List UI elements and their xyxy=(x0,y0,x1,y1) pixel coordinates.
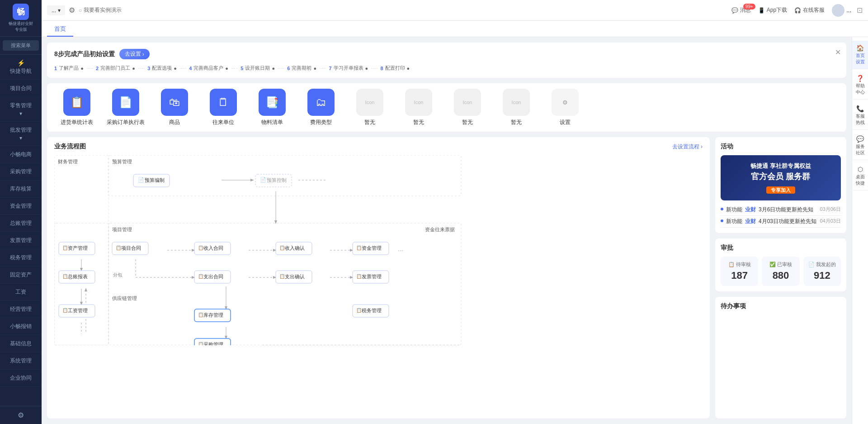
icon-label-6: 暂无 xyxy=(364,119,375,126)
step-circle-icon: ● xyxy=(132,66,135,71)
quick-icon-3[interactable]: 🗒 往来单位 xyxy=(201,89,246,126)
svg-text:支出确认: 支出确认 xyxy=(285,274,305,279)
quick-icon-9[interactable]: Icon 暂无 xyxy=(494,89,539,126)
sidebar-item-ecommerce[interactable]: 小畅电商 xyxy=(0,146,42,163)
service-label: 在线客服 xyxy=(803,6,825,14)
quick-icon-0[interactable]: 📋 进货单统计表 xyxy=(54,89,99,126)
sidebar-item-retail[interactable]: 零售管理 ▾ xyxy=(0,97,42,122)
approval-stat-0[interactable]: 📋 待审核 187 xyxy=(721,257,758,286)
quick-icon-2[interactable]: 🛍 商品 xyxy=(152,89,197,126)
close-icon[interactable]: ✕ xyxy=(835,48,841,57)
approval-stat-1[interactable]: ✅ 已审核 880 xyxy=(762,257,799,286)
sidebar-item-assets[interactable]: 固定资产 xyxy=(0,267,42,284)
quick-icon-8[interactable]: Icon 暂无 xyxy=(445,89,490,126)
online-service-button[interactable]: 🎧 在线客服 xyxy=(794,6,825,14)
right-sidebar-help[interactable]: ❓ 帮助中心 xyxy=(852,71,868,100)
step-num: 3 xyxy=(147,66,150,71)
svg-text:总账报表: 总账报表 xyxy=(67,274,88,279)
step-separator: ····· xyxy=(179,66,186,71)
icon-label-1: 采购订单执行表 xyxy=(107,119,145,126)
setup-header: 8步完成产品初始设置 去设置 › xyxy=(54,49,839,59)
approval-stat-2[interactable]: 📄 我发起的 912 xyxy=(803,257,841,286)
sidebar-item-basic[interactable]: 基础信息 xyxy=(0,335,42,353)
sidebar-item-purchase[interactable]: 采购管理 xyxy=(0,163,42,181)
activity-link[interactable]: 业财 xyxy=(745,206,756,214)
quick-icon-7[interactable]: Icon 暂无 xyxy=(396,89,441,126)
sidebar-item-label: 小畅电商 xyxy=(10,151,32,158)
quick-icon-6[interactable]: Icon 暂无 xyxy=(347,89,392,126)
message-icon: 💬 xyxy=(731,7,738,14)
user-menu[interactable]: ... xyxy=(832,4,851,17)
sidebar-item-finance[interactable]: 资金管理 xyxy=(0,198,42,215)
sidebar-item-tax[interactable]: 税务管理 xyxy=(0,249,42,267)
sidebar-item-label: 资金管理 xyxy=(10,202,32,210)
flow-diagram: 财务管理 预算管理 项目管理 资金往来票据 供应链管理 xyxy=(54,155,703,345)
right-sidebar-phone[interactable]: 📞 客服热线 xyxy=(852,101,868,130)
maximize-icon[interactable]: ⊡ xyxy=(857,6,863,14)
logo-icon: 畅 xyxy=(13,4,29,20)
svg-text:···: ··· xyxy=(398,247,403,254)
message-button[interactable]: 💬 消息 99+ xyxy=(731,6,751,14)
icon-box-6: Icon xyxy=(356,89,383,116)
app-download-button[interactable]: 📱 App下载 xyxy=(758,6,787,14)
step-separator: ····· xyxy=(138,66,145,71)
flow-card: 业务流程图 去设置流程 › 财务管理 预算管 xyxy=(47,137,710,419)
company-name: ... xyxy=(52,7,56,14)
username: ... xyxy=(846,7,851,14)
demo-link[interactable]: ○ 我要看实例演示 xyxy=(79,6,122,14)
phone-icon: 📱 xyxy=(758,7,765,14)
step-2: 2 完善部门员工 ● xyxy=(96,65,135,71)
svg-text:预算编制: 预算编制 xyxy=(145,177,165,183)
quick-icon-10[interactable]: ⚙ 设置 xyxy=(542,89,588,126)
icon-label-10: 设置 xyxy=(560,119,571,126)
topbar-settings-icon[interactable]: ⚙ xyxy=(69,6,75,14)
sidebar-item-inventory[interactable]: 库存核算 xyxy=(0,181,42,198)
svg-text:资产管理: 资产管理 xyxy=(68,245,88,251)
flow-title: 业务流程图 xyxy=(54,143,86,151)
svg-text:📄: 📄 xyxy=(260,176,266,183)
icon-label-3: 往来单位 xyxy=(212,119,234,126)
stat-label-2: 📄 我发起的 xyxy=(806,261,838,268)
sidebar-item-collab[interactable]: 企业协同 xyxy=(0,370,42,387)
company-selector[interactable]: ... ▾ xyxy=(47,5,65,15)
quick-icon-4[interactable]: 📑 物料清单 xyxy=(250,89,295,126)
avatar xyxy=(832,4,844,17)
step-circle-icon: ● xyxy=(313,66,316,71)
sidebar-item-payroll[interactable]: 工资 xyxy=(0,284,42,301)
sidebar-search-area[interactable]: 搜索菜单 xyxy=(0,37,42,55)
sidebar-item-invoice[interactable]: 发票管理 xyxy=(0,232,42,249)
svg-text:项目管理: 项目管理 xyxy=(112,227,132,232)
svg-text:分包: 分包 xyxy=(113,272,122,277)
sidebar-item-business[interactable]: 经营管理 xyxy=(0,301,42,318)
right-sidebar-home[interactable]: 🏠 首页设置 xyxy=(852,41,868,69)
sidebar-item-ledger[interactable]: 总账管理 xyxy=(0,215,42,232)
chevron-icon: ▾ xyxy=(19,135,22,141)
activity-link[interactable]: 业财 xyxy=(745,218,756,225)
flow-setting-link[interactable]: 去设置流程 › xyxy=(672,143,703,151)
sidebar-item-expense[interactable]: 小畅报销 xyxy=(0,318,42,335)
svg-text:税务管理: 税务管理 xyxy=(362,308,382,313)
tab-home[interactable]: 首页 xyxy=(47,22,73,37)
chevron-icon: ▾ xyxy=(19,110,22,117)
svg-text:项目合同: 项目合同 xyxy=(121,245,141,251)
join-button[interactable]: 专享加入 xyxy=(766,186,795,194)
go-setup-button[interactable]: 去设置 › xyxy=(119,49,150,59)
setup-btn-label: 去设置 xyxy=(125,50,141,58)
stat-icon-0: 📋 xyxy=(728,262,735,267)
quick-icon-1[interactable]: 📄 采购订单执行表 xyxy=(103,89,148,126)
circle-icon: ○ xyxy=(79,7,82,14)
search-menu-button[interactable]: 搜索菜单 xyxy=(3,40,39,51)
sidebar-settings-button[interactable]: ⚙ xyxy=(0,406,42,424)
sidebar-item-label: 批发管理 xyxy=(10,126,32,134)
quick-icon-5[interactable]: 🗂 费用类型 xyxy=(298,89,344,126)
topbar: ... ▾ ⚙ ○ 我要看实例演示 💬 消息 99+ 📱 App下载 🎧 在线客… xyxy=(42,0,868,21)
right-sidebar-community[interactable]: 💬 服务社区 xyxy=(852,132,868,160)
approval-title: 审批 xyxy=(721,244,841,252)
main-wrapper: ... ▾ ⚙ ○ 我要看实例演示 💬 消息 99+ 📱 App下载 🎧 在线客… xyxy=(42,0,868,424)
sidebar-item-quicknav[interactable]: ⚡ 快捷导航 xyxy=(0,55,42,80)
activity-date: 03月06日 xyxy=(820,206,841,213)
sidebar-item-wholesale[interactable]: 批发管理 ▾ xyxy=(0,122,42,146)
right-sidebar-desktop[interactable]: ⬡ 桌面快捷 xyxy=(852,162,868,191)
sidebar-item-project[interactable]: 项目合同 xyxy=(0,80,42,97)
sidebar-item-system[interactable]: 系统管理 xyxy=(0,353,42,370)
